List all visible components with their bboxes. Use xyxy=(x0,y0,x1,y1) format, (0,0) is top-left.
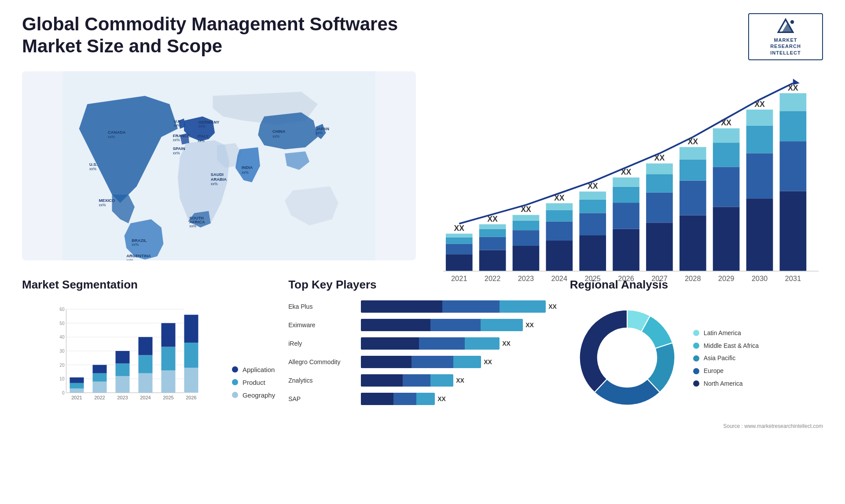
svg-rect-40 xyxy=(446,234,473,237)
regional-legend-item: Latin America xyxy=(693,329,759,337)
svg-text:30: 30 xyxy=(59,349,65,354)
player-bar-container: XX xyxy=(361,393,557,405)
player-bar-segment xyxy=(403,374,430,387)
svg-rect-85 xyxy=(713,207,740,271)
svg-rect-58 xyxy=(546,203,573,210)
donut-chart xyxy=(570,300,684,416)
svg-text:XX: XX xyxy=(721,118,731,127)
svg-rect-137 xyxy=(161,323,175,347)
svg-text:2023: 2023 xyxy=(518,274,534,282)
svg-rect-88 xyxy=(713,128,740,142)
player-bar-segment xyxy=(361,319,430,331)
svg-text:XX: XX xyxy=(621,168,632,176)
regional-legend-dot xyxy=(693,380,699,387)
player-bar-segment xyxy=(361,356,411,368)
svg-text:2028: 2028 xyxy=(685,274,701,282)
regional-legend-item: Middle East & Africa xyxy=(693,342,759,350)
product-label: Product xyxy=(242,379,265,386)
player-row: ZnalyticsXX xyxy=(288,374,557,387)
svg-rect-99 xyxy=(780,111,807,141)
svg-text:XX: XX xyxy=(454,224,464,233)
player-value: XX xyxy=(548,303,557,310)
svg-text:2021: 2021 xyxy=(451,274,467,282)
regional-legend-dot xyxy=(693,330,699,336)
svg-text:xx%: xx% xyxy=(126,258,133,260)
svg-text:CANADA: CANADA xyxy=(108,130,126,135)
regional-legend-label: Europe xyxy=(704,367,724,375)
geography-dot xyxy=(232,392,238,398)
player-bar-segment xyxy=(430,374,454,387)
svg-rect-74 xyxy=(646,193,673,223)
player-row: SAPXX xyxy=(288,393,557,405)
regional-legend-label: Middle East & Africa xyxy=(704,342,759,350)
svg-rect-50 xyxy=(513,230,540,246)
svg-rect-87 xyxy=(713,142,740,167)
svg-rect-127 xyxy=(115,376,129,393)
legend-geography: Geography xyxy=(232,391,275,399)
svg-rect-91 xyxy=(746,198,773,271)
svg-text:2024: 2024 xyxy=(140,395,151,400)
donut-container: Latin AmericaMiddle East & AfricaAsia Pa… xyxy=(570,300,823,416)
regional-legend-item: Europe xyxy=(693,367,759,375)
svg-rect-140 xyxy=(184,343,198,368)
segmentation-chart-container: 6050403020100202120222023202420252026 Ap… xyxy=(22,300,275,403)
player-bar-segment xyxy=(419,337,465,350)
svg-rect-51 xyxy=(513,220,540,230)
player-bar xyxy=(361,356,481,368)
svg-rect-56 xyxy=(546,222,573,241)
svg-text:20: 20 xyxy=(59,363,65,368)
svg-rect-131 xyxy=(138,373,152,393)
svg-rect-57 xyxy=(546,210,573,221)
page-header: Global Commodity Management Softwares Ma… xyxy=(22,13,823,60)
svg-rect-44 xyxy=(479,237,506,250)
svg-text:xx%: xx% xyxy=(173,151,180,155)
player-bar-segment xyxy=(430,319,481,331)
player-bar-segment xyxy=(481,319,523,331)
svg-text:2026: 2026 xyxy=(618,274,634,282)
svg-rect-63 xyxy=(579,199,606,213)
svg-rect-119 xyxy=(70,388,84,393)
svg-rect-37 xyxy=(446,254,473,271)
svg-rect-64 xyxy=(579,191,606,199)
svg-rect-123 xyxy=(92,382,107,393)
svg-rect-45 xyxy=(479,229,506,237)
player-bar xyxy=(361,393,435,405)
player-bar-segment xyxy=(500,300,546,313)
svg-text:xx%: xx% xyxy=(272,134,279,138)
svg-rect-136 xyxy=(161,347,175,370)
svg-rect-39 xyxy=(446,237,473,244)
svg-text:XX: XX xyxy=(588,182,598,190)
svg-text:INDIA: INDIA xyxy=(242,165,253,170)
svg-text:XX: XX xyxy=(687,137,698,146)
svg-text:2027: 2027 xyxy=(651,274,668,282)
svg-text:2022: 2022 xyxy=(94,395,105,400)
svg-text:CHINA: CHINA xyxy=(272,129,286,134)
player-name: Allegro Commodity xyxy=(288,358,356,365)
svg-text:xx%: xx% xyxy=(198,139,205,143)
svg-text:2026: 2026 xyxy=(186,395,196,400)
svg-text:40: 40 xyxy=(59,335,65,340)
svg-text:2021: 2021 xyxy=(71,395,82,400)
player-name: Eka Plus xyxy=(288,303,356,310)
regional-legend-item: Asia Pacific xyxy=(693,354,759,362)
segmentation-legend: Application Product Geography xyxy=(232,366,275,403)
player-bar-container: XX xyxy=(361,319,557,331)
svg-rect-52 xyxy=(513,215,540,221)
svg-text:2025: 2025 xyxy=(163,395,173,400)
svg-rect-62 xyxy=(579,213,606,235)
player-bar xyxy=(361,337,500,350)
svg-text:ARABIA: ARABIA xyxy=(211,177,227,182)
world-map-svg: CANADA xx% U.S. xx% MEXICO xx% BRAZIL xx… xyxy=(22,71,416,260)
regional-legend-dot xyxy=(693,355,699,362)
svg-text:2029: 2029 xyxy=(718,274,735,282)
svg-text:2024: 2024 xyxy=(551,274,568,282)
svg-rect-49 xyxy=(513,246,540,271)
player-bar xyxy=(361,319,523,331)
svg-text:XX: XX xyxy=(754,100,765,109)
svg-text:xx%: xx% xyxy=(211,182,218,186)
world-map: CANADA xx% U.S. xx% MEXICO xx% BRAZIL xx… xyxy=(22,71,416,260)
regional-legend-dot xyxy=(693,343,699,349)
svg-rect-124 xyxy=(92,373,107,382)
svg-rect-76 xyxy=(646,164,673,174)
svg-rect-129 xyxy=(115,351,129,364)
